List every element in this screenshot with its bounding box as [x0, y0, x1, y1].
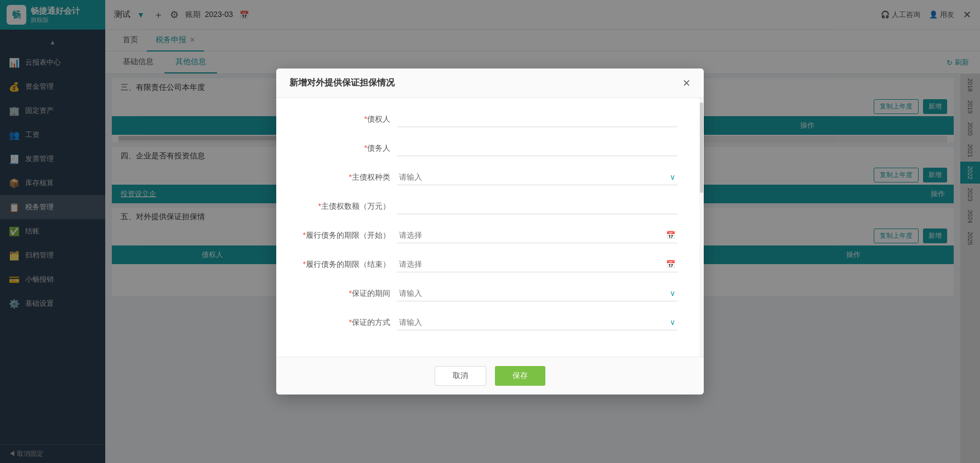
dialog-title: 新增对外提供保证担保情况	[289, 77, 395, 89]
select-input-guarantee_method[interactable]	[397, 315, 668, 330]
required-mark-claim_type: *	[349, 173, 352, 181]
form-label-creditor: *债权人	[298, 115, 397, 124]
form-row-creditor: *债权人	[298, 111, 677, 127]
dialog: 新增对外提供保证担保情况 ✕ *债权人*债务人*主债权种类∨*主债权数额（万元）…	[276, 68, 704, 395]
select-arrow-claim_type[interactable]: ∨	[668, 173, 677, 181]
date-wrap-period_end: 📅	[397, 256, 677, 272]
cancel-button[interactable]: 取消	[435, 366, 486, 386]
form-row-claim_amount: *主债权数额（万元）	[298, 198, 677, 214]
date-input-period_start[interactable]	[397, 227, 664, 243]
form-row-guarantee_period: *保证的期间∨	[298, 285, 677, 301]
form-label-claim_type: *主债权种类	[298, 173, 397, 182]
required-mark-debtor: *	[364, 144, 367, 152]
dialog-close-button[interactable]: ✕	[682, 78, 691, 88]
dialog-body: *债权人*债务人*主债权种类∨*主债权数额（万元）*履行债务的期限（开始）📅*履…	[276, 98, 699, 357]
input-debtor[interactable]	[397, 140, 677, 156]
dialog-overlay[interactable]: 新增对外提供保证担保情况 ✕ *债权人*债务人*主债权种类∨*主债权数额（万元）…	[0, 0, 980, 463]
save-button[interactable]: 保存	[495, 366, 545, 386]
dialog-header: 新增对外提供保证担保情况 ✕	[276, 68, 704, 98]
select-wrap-guarantee_method: ∨	[397, 315, 677, 330]
form-label-guarantee_period: *保证的期间	[298, 289, 397, 299]
required-mark-creditor: *	[364, 115, 367, 123]
required-mark-period_start: *	[303, 231, 306, 239]
form-label-debtor: *债务人	[298, 144, 397, 153]
form-label-guarantee_method: *保证的方式	[298, 318, 397, 328]
select-wrap-claim_type: ∨	[397, 169, 677, 185]
form-row-guarantee_method: *保证的方式∨	[298, 315, 677, 330]
date-wrap-period_start: 📅	[397, 227, 677, 243]
required-mark-guarantee_method: *	[349, 318, 352, 327]
form-row-period_start: *履行债务的期限（开始）📅	[298, 227, 677, 243]
input-creditor[interactable]	[397, 111, 677, 127]
calendar-icon-period_end[interactable]: 📅	[664, 260, 677, 268]
dialog-footer: 取消 保存	[276, 357, 704, 395]
select-wrap-guarantee_period: ∨	[397, 285, 677, 301]
form-row-claim_type: *主债权种类∨	[298, 169, 677, 185]
select-arrow-guarantee_method[interactable]: ∨	[668, 318, 677, 327]
form-label-period_start: *履行债务的期限（开始）	[298, 231, 397, 241]
select-arrow-guarantee_period[interactable]: ∨	[668, 289, 677, 298]
select-input-guarantee_period[interactable]	[397, 285, 668, 301]
date-input-period_end[interactable]	[397, 256, 664, 272]
required-mark-claim_amount: *	[318, 202, 321, 210]
form-row-debtor: *债务人	[298, 140, 677, 156]
dialog-scrollbar-track[interactable]	[699, 98, 704, 357]
calendar-icon-period_start[interactable]: 📅	[664, 231, 677, 239]
input-claim_amount[interactable]	[397, 198, 677, 214]
form-row-period_end: *履行债务的期限（结束）📅	[298, 256, 677, 272]
required-mark-guarantee_period: *	[349, 289, 352, 298]
select-input-claim_type[interactable]	[397, 169, 668, 185]
form-label-period_end: *履行债务的期限（结束）	[298, 260, 397, 270]
form-label-claim_amount: *主债权数额（万元）	[298, 202, 397, 212]
required-mark-period_end: *	[303, 260, 306, 268]
